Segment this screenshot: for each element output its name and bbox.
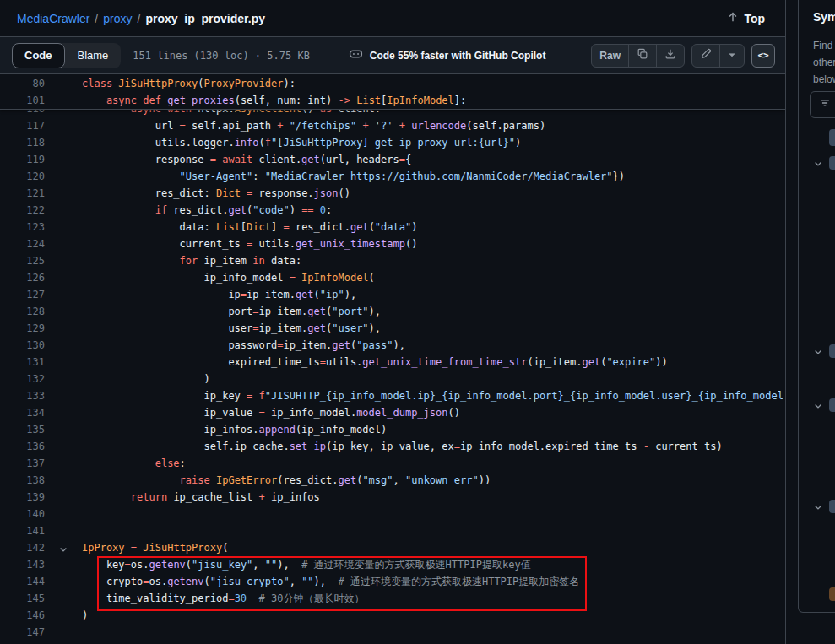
symbol-list-item[interactable]	[799, 344, 835, 358]
code-text: for ip_item in data:	[82, 252, 301, 269]
code-text: ip_key = f"JISUHTTP_{ip_info_model.ip}_{…	[82, 387, 783, 404]
symbols-panel-description: other symbols in this file by clicking a…	[813, 54, 835, 71]
symbol-list-item[interactable]	[799, 156, 835, 170]
line-number-125[interactable]: 125	[0, 252, 45, 269]
breadcrumb-repo-link[interactable]: MediaCrawler	[17, 12, 89, 25]
line-number-101[interactable]: 101	[0, 92, 45, 109]
line-number-146[interactable]: 146	[0, 607, 45, 624]
symbol-list-item[interactable]	[799, 500, 835, 513]
line-number-127[interactable]: 127	[0, 286, 45, 303]
symbols-filter-button[interactable]	[810, 91, 835, 118]
code-line-118: 118 utils.logger.info(f"[JiSuHttpProxy] …	[0, 134, 785, 151]
code-line-119: 119 response = await client.get(url, hea…	[0, 151, 785, 168]
line-number-122[interactable]: 122	[0, 202, 45, 219]
line-number-137[interactable]: 137	[0, 455, 45, 472]
tab-blame[interactable]: Blame	[65, 43, 122, 68]
code-line-145: 145 time_validity_period=30 # 30分钟（最长时效）	[0, 590, 785, 607]
line-number-134[interactable]: 134	[0, 404, 45, 421]
code-line-144: 144 crypto=os.getenv("jisu_crypto", ""),…	[0, 573, 785, 590]
chevron-down-icon[interactable]	[813, 345, 823, 355]
code-line-127: 127 ip=ip_item.get("ip"),	[0, 286, 785, 303]
download-button[interactable]	[656, 45, 684, 67]
code-text: raise IpGetError(res_dict.get("msg", "un…	[82, 472, 491, 489]
file-meta-info: 151 lines (130 loc) · 5.75 KB	[133, 50, 310, 62]
edit-dropdown-button[interactable]	[719, 45, 744, 67]
code-line-117: 117 url = self.api_path + "/fetchips" + …	[0, 117, 785, 134]
code-text: user=ip_item.get("user"),	[82, 320, 381, 337]
copy-icon	[637, 48, 648, 62]
symbol-pill	[829, 398, 835, 412]
line-number-121[interactable]: 121	[0, 185, 45, 202]
symbols-panel-title: Symbols	[813, 10, 835, 24]
breadcrumb-filename: proxy_ip_provider.py	[145, 12, 265, 25]
line-number-120[interactable]: 120	[0, 168, 45, 185]
code-text: time_validity_period=30 # 30分钟（最长时效）	[82, 590, 364, 607]
tab-code[interactable]: Code	[12, 43, 65, 68]
breadcrumb-separator: /	[95, 12, 98, 25]
code-line-138: 138 raise IpGetError(res_dict.get("msg",…	[0, 472, 785, 489]
code-text: else:	[82, 455, 186, 472]
code-text: port=ip_item.get("port"),	[82, 303, 381, 320]
copilot-banner-text: Code 55% faster with GitHub Copilot	[370, 50, 546, 62]
chevron-down-icon	[728, 50, 736, 62]
chevron-down-icon[interactable]	[813, 501, 823, 511]
code-line-128: 128 port=ip_item.get("port"),	[0, 303, 785, 320]
line-number-140[interactable]: 140	[0, 506, 45, 522]
line-number-123[interactable]: 123	[0, 219, 45, 235]
code-text: async def get_proxies(self, num: int) ->…	[82, 92, 466, 109]
line-number-135[interactable]: 135	[0, 421, 45, 438]
line-number-128[interactable]: 128	[0, 303, 45, 320]
code-line-133: 133 ip_key = f"JISUHTTP_{ip_info_model.i…	[0, 387, 785, 404]
line-number-136[interactable]: 136	[0, 438, 45, 455]
line-number-142[interactable]: 142	[0, 539, 45, 556]
line-number-119[interactable]: 119	[0, 151, 45, 168]
line-number-144[interactable]: 144	[0, 573, 45, 590]
line-number-143[interactable]: 143	[0, 556, 45, 573]
scroll-to-top-button[interactable]: Top	[720, 8, 772, 29]
code-text: ip_value = ip_info_model.model_dump_json…	[82, 404, 460, 421]
symbol-list-item[interactable]	[799, 587, 835, 601]
code-text: ip_infos.append(ip_info_model)	[82, 421, 387, 438]
line-number-138[interactable]: 138	[0, 472, 45, 489]
code-line-141: 141	[0, 522, 785, 539]
symbols-panel-description: below.	[813, 71, 835, 88]
line-number-117[interactable]: 117	[0, 117, 45, 134]
line-number-139[interactable]: 139	[0, 489, 45, 506]
line-number-126[interactable]: 126	[0, 269, 45, 286]
line-number-133[interactable]: 133	[0, 387, 45, 404]
arrow-up-icon	[727, 11, 739, 25]
code-line-124: 124 current_ts = utils.get_unix_timestam…	[0, 235, 785, 252]
chevron-down-icon[interactable]	[813, 157, 823, 167]
symbol-pill	[829, 587, 835, 601]
code-text: expired_time_ts=utils.get_unix_time_from…	[82, 354, 668, 371]
copy-raw-button[interactable]	[628, 45, 656, 67]
code-line-126: 126 ip_info_model = IpInfoModel(	[0, 269, 785, 286]
edit-file-button[interactable]	[692, 45, 719, 67]
line-number-118[interactable]: 118	[0, 134, 45, 151]
line-number-131[interactable]: 131	[0, 354, 45, 371]
symbol-list-item[interactable]	[799, 129, 835, 146]
line-number-129[interactable]: 129	[0, 320, 45, 337]
breadcrumb-folder-link[interactable]: proxy	[103, 12, 132, 25]
code-text: current_ts = utils.get_unix_timestamp()	[82, 235, 417, 252]
raw-button[interactable]: Raw	[592, 45, 628, 67]
line-number-130[interactable]: 130	[0, 337, 45, 354]
line-number-141[interactable]: 141	[0, 522, 45, 539]
code-text: crypto=os.getenv("jisu_crypto", ""), # 通…	[82, 573, 579, 590]
line-number-132[interactable]: 132	[0, 371, 45, 387]
symbols-panel-toggle-button[interactable]: <>	[751, 44, 775, 68]
line-number-145[interactable]: 145	[0, 590, 45, 607]
symbol-pill	[829, 344, 835, 358]
line-number-124[interactable]: 124	[0, 235, 45, 252]
code-text: url = self.api_path + "/fetchips" + '?' …	[82, 117, 545, 134]
code-line-131: 131 expired_time_ts=utils.get_unix_time_…	[0, 354, 785, 371]
line-number-80[interactable]: 80	[0, 75, 45, 92]
line-number-147[interactable]: 147	[0, 624, 45, 641]
code-line-129: 129 user=ip_item.get("user"),	[0, 320, 785, 337]
code-line-136: 136 self.ip_cache.set_ip(ip_key, ip_valu…	[0, 438, 785, 455]
symbol-list-item[interactable]	[799, 398, 835, 412]
code-text: self.ip_cache.set_ip(ip_key, ip_value, e…	[82, 438, 723, 455]
collapse-chevron-down-icon[interactable]	[58, 543, 68, 553]
code-text: ip_info_model = IpInfoModel(	[82, 269, 375, 286]
chevron-down-icon[interactable]	[813, 399, 823, 409]
